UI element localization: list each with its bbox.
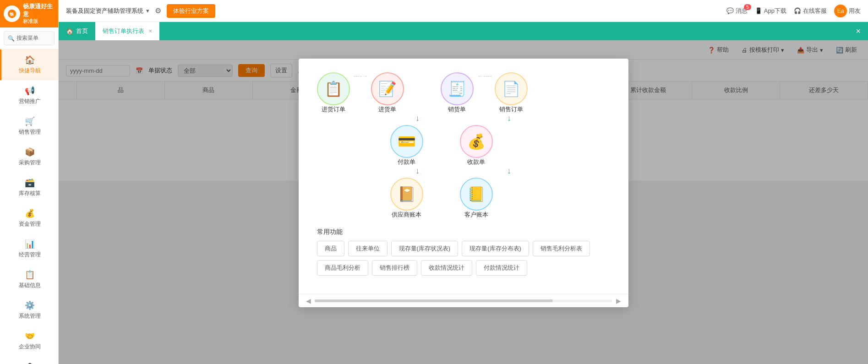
search-menu-button[interactable]: 🔍 搜索菜单	[4, 31, 55, 45]
sidebar-label-basic: 基础信息	[19, 282, 41, 289]
flow-col-purchase-order: 📋 进货订单	[317, 72, 350, 114]
sidebar-item-marketing[interactable]: 📢营销推广	[0, 80, 58, 111]
search-icon: 🔍	[8, 35, 15, 42]
purchase-bill-label: 进货单	[378, 105, 396, 114]
function-btn[interactable]: 商品	[317, 241, 344, 256]
tab-close-icon[interactable]: ×	[149, 28, 152, 34]
function-btn[interactable]: 付款情况统计	[476, 260, 527, 276]
sidebar-icon-operation: 📊	[25, 239, 35, 249]
tab-sales-order[interactable]: 销售订单执行表 ×	[95, 22, 159, 40]
sidebar-item-inventory[interactable]: 🗃️库存核算	[0, 172, 58, 203]
topbar-right: 💬 消息 5 📱 App下载 🎧 在线客服 Ea 用友	[726, 5, 861, 17]
sidebar-icon-quick: 🏠	[25, 55, 35, 65]
arrow-sb-so: ← - - - -	[474, 72, 495, 107]
flow-col-customer-ledger: 📒 客户账本	[460, 178, 493, 219]
sidebar-label-inventory: 库存核算	[19, 190, 41, 197]
sidebar-search-area: 🔍 搜索菜单	[0, 27, 58, 49]
function-btn[interactable]: 销售排行榜	[372, 260, 417, 276]
settings-gear-icon[interactable]: ⚙	[155, 6, 161, 15]
function-btns-container: 商品往来单位现存量(库存状况表)现存量(库存分布表)销售毛利分析表商品毛利分析销…	[317, 241, 610, 276]
sidebar-icon-inventory: 🗃️	[25, 178, 35, 188]
sidebar-label-quick: 快捷导航	[19, 67, 41, 75]
payment-bill-icon[interactable]: 💳	[390, 125, 423, 158]
system-dropdown-icon[interactable]: ▾	[146, 7, 149, 14]
topbar: 装备及固定资产辅助管理系统 ▾ ⚙ 体验行业方案 💬 消息 5 📱 App下载 …	[59, 0, 868, 22]
sidebar-label-sales: 销售管理	[19, 128, 41, 136]
flow-col-receipt-bill: 💰 收款单	[460, 125, 493, 166]
sidebar-icon-system: ⚙️	[25, 300, 35, 310]
tab-home[interactable]: 🏠 首页	[59, 22, 95, 40]
message-button[interactable]: 💬 消息 5	[726, 7, 748, 15]
modal-scrollbar: ◀ ▶	[299, 294, 628, 307]
sales-order-label: 销售订单	[499, 105, 523, 114]
sidebar-nav: 🏠快捷导航📢营销推广🛒销售管理📦采购管理🗃️库存核算💰资金管理📊经营管理📋基础信…	[0, 49, 58, 364]
customer-ledger-label: 客户账本	[464, 211, 488, 219]
trial-button[interactable]: 体验行业方案	[167, 4, 215, 18]
sidebar-item-purchase[interactable]: 📦采购管理	[0, 141, 58, 172]
scrollbar-thumb[interactable]	[315, 299, 553, 302]
svg-text:畅: 畅	[10, 12, 14, 16]
purchase-bill-icon[interactable]: 📝	[371, 72, 404, 105]
tab-bar-close-button[interactable]: ×	[848, 27, 868, 36]
function-btn[interactable]: 收款情况统计	[421, 260, 472, 276]
sidebar-icon-purchase: 📦	[25, 147, 35, 157]
sidebar-icon-basic: 📋	[25, 270, 35, 280]
sidebar-item-system[interactable]: ⚙️系统管理	[0, 295, 58, 326]
sidebar-item-newbie[interactable]: 🎓新手引导	[0, 356, 58, 364]
sidebar-icon-sales: 🛒	[25, 116, 35, 126]
arrow-po-pb: - - - - →	[350, 72, 371, 107]
common-functions-title: 常用功能	[317, 228, 610, 236]
user-name: 用友	[849, 7, 861, 15]
flow-col-sales-order: 📄 销售订单	[495, 72, 528, 114]
flow-col-payment-bill: 💳 付款单	[390, 125, 423, 166]
flow-col-supplier-ledger: 📔 供应商账本	[390, 178, 423, 219]
tab-bar: 🏠 首页 销售订单执行表 × ×	[59, 22, 868, 40]
app-download-button[interactable]: 📱 App下载	[755, 7, 786, 15]
sidebar-item-finance[interactable]: 💰资金管理	[0, 203, 58, 234]
online-service-button[interactable]: 🎧 在线客服	[794, 7, 827, 15]
receipt-bill-label: 收款单	[467, 158, 485, 166]
sidebar-item-sales[interactable]: 🛒销售管理	[0, 111, 58, 141]
function-btn[interactable]: 商品毛利分析	[317, 260, 368, 276]
purchase-order-icon[interactable]: 📋	[317, 72, 350, 105]
flow-diagram: 📋 进货订单 - - - - → 📝	[317, 72, 610, 219]
function-btn[interactable]: 现存量(库存状况表)	[391, 241, 459, 256]
logo-icon: 畅	[4, 5, 20, 22]
sidebar-icon-enterprise: 🤝	[25, 331, 35, 341]
modal-overlay[interactable]: 📋 进货订单 - - - - → 📝	[59, 40, 868, 364]
sidebar-icon-finance: 💰	[25, 208, 35, 218]
scroll-left-icon[interactable]: ◀	[306, 297, 311, 304]
customer-ledger-icon[interactable]: 📒	[460, 178, 493, 211]
sidebar-item-basic[interactable]: 📋基础信息	[0, 264, 58, 295]
function-btn[interactable]: 销售毛利分析表	[533, 241, 590, 256]
sidebar-item-enterprise[interactable]: 🤝企业协同	[0, 326, 58, 356]
logo-text: 畅康通好生意	[23, 3, 55, 18]
common-functions-section: 常用功能 商品往来单位现存量(库存状况表)现存量(库存分布表)销售毛利分析表商品…	[317, 228, 610, 276]
main-area: 装备及固定资产辅助管理系统 ▾ ⚙ 体验行业方案 💬 消息 5 📱 App下载 …	[59, 0, 868, 364]
sidebar-item-operation[interactable]: 📊经营管理	[0, 234, 58, 264]
purchase-order-label: 进货订单	[322, 105, 345, 114]
sales-bill-icon[interactable]: 🧾	[441, 72, 474, 105]
home-icon: 🏠	[66, 28, 73, 35]
sidebar-label-marketing: 营销推广	[19, 98, 41, 105]
function-btn[interactable]: 往来单位	[348, 241, 388, 256]
user-menu-button[interactable]: Ea 用友	[834, 5, 861, 17]
app-download-label: App下载	[764, 7, 786, 15]
sidebar-item-quick[interactable]: 🏠快捷导航	[0, 49, 58, 80]
sidebar-label-purchase: 采购管理	[19, 159, 41, 167]
receipt-bill-icon[interactable]: 💰	[460, 125, 493, 158]
payment-bill-label: 付款单	[398, 158, 415, 166]
scroll-right-icon[interactable]: ▶	[616, 297, 621, 304]
supplier-ledger-label: 供应商账本	[392, 211, 421, 219]
function-btn[interactable]: 现存量(库存分布表)	[462, 241, 529, 256]
tab-home-label: 首页	[76, 27, 88, 35]
system-name-area: 装备及固定资产辅助管理系统 ▾	[66, 7, 149, 15]
flow-col-purchase-bill: 📝 进货单	[371, 72, 404, 114]
sidebar-label-enterprise: 企业协同	[19, 343, 41, 351]
logo-sub: 标准版	[23, 18, 55, 25]
sales-order-icon[interactable]: 📄	[495, 72, 528, 105]
online-service-label: 在线客服	[803, 7, 827, 15]
sidebar-icon-newbie: 🎓	[25, 362, 35, 364]
supplier-ledger-icon[interactable]: 📔	[390, 178, 423, 211]
search-menu-label: 搜索菜单	[16, 34, 38, 42]
